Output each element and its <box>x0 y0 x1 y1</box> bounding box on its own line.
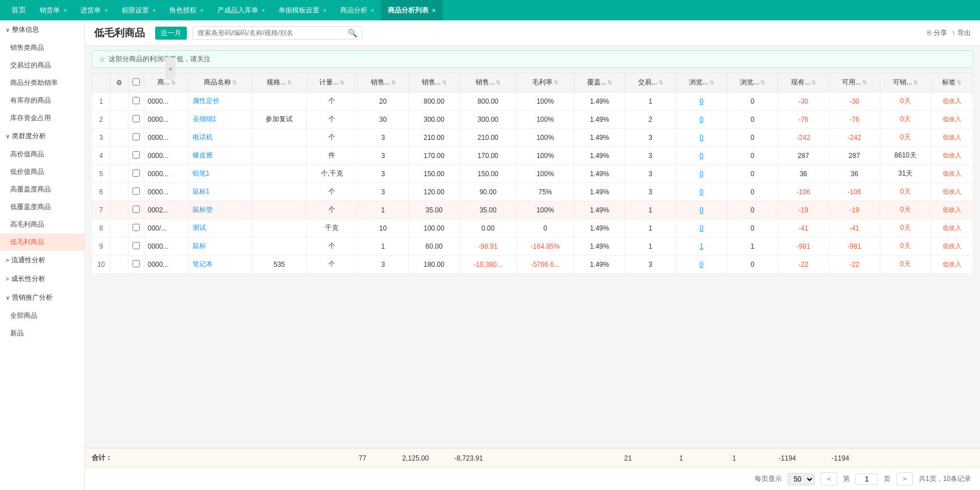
sidebar-section-liquidity[interactable]: > 流通性分析 <box>0 251 84 270</box>
sidebar-section-overall[interactable]: ∨ 整体信息 <box>0 20 84 39</box>
search-input[interactable] <box>198 29 348 37</box>
nav-item-template[interactable]: 单据模板设置 × <box>272 0 333 20</box>
page-number-input[interactable] <box>855 474 878 485</box>
nav-item-role-auth[interactable]: 角色授权 × <box>162 0 210 20</box>
next-page-button[interactable]: ＞ <box>896 472 913 485</box>
sidebar-item-high-margin[interactable]: 高毛利商品 <box>0 216 84 233</box>
search-icon[interactable]: 🔍 <box>348 28 357 37</box>
checkbox-cell[interactable] <box>129 147 144 165</box>
checkbox-cell[interactable] <box>129 219 144 237</box>
sidebar-collapse-button[interactable]: « <box>165 57 176 80</box>
nav-item-home[interactable]: 首页 <box>5 0 33 20</box>
sidebar-section-cluster[interactable]: ∨ 类群度分析 <box>0 127 84 146</box>
row-number: 1 <box>92 92 110 110</box>
unit-column-header[interactable]: 计量...⇅ <box>306 73 357 92</box>
current-stock-cell: 36 <box>778 165 829 183</box>
nav-item-permissions[interactable]: 权限设置 × <box>115 0 162 20</box>
name-cell[interactable]: 鼠标垫 <box>189 201 252 219</box>
current-stock-cell: -30 <box>778 92 829 110</box>
prev-page-button[interactable]: ＜ <box>820 472 837 485</box>
close-icon[interactable]: × <box>63 7 67 14</box>
tag-column-header[interactable]: 标签⇅ <box>931 73 973 92</box>
name-cell[interactable]: 铅笔1 <box>189 165 252 183</box>
sidebar-item-high-coverage[interactable]: 高覆盖度商品 <box>0 181 84 198</box>
sidebar-section-marketing[interactable]: ∨ 营销推广分析 <box>0 288 84 307</box>
checkbox-column-header[interactable] <box>129 73 144 92</box>
current-stock-column-header[interactable]: 现有...⇅ <box>778 73 829 92</box>
sales-profit-column-header[interactable]: 销售...⇅ <box>460 73 517 92</box>
name-column-header[interactable]: 商品名称⇅ <box>189 73 252 92</box>
nav-item-sales[interactable]: 销货单 × <box>33 0 74 20</box>
sidebar-item-low-value[interactable]: 低价值商品 <box>0 163 84 181</box>
code-cell: 0000... <box>144 255 189 274</box>
browse1-column-header[interactable]: 浏览...⇅ <box>676 73 727 92</box>
row-checkbox[interactable] <box>132 115 140 122</box>
export-button[interactable]: ↑ 导出 <box>952 28 971 38</box>
name-cell[interactable]: 属性定价 <box>189 92 252 110</box>
checkbox-cell[interactable] <box>129 183 144 201</box>
nav-item-product-analysis[interactable]: 商品分析 × <box>333 0 381 20</box>
page-size-select[interactable]: 50 <box>788 473 815 485</box>
spec-column-header[interactable]: 规格...⇅ <box>252 73 306 92</box>
checkbox-cell[interactable] <box>129 255 144 274</box>
sidebar-item-all-goods[interactable]: 全部商品 <box>0 307 84 325</box>
name-cell[interactable]: 吴细细1 <box>189 110 252 129</box>
row-checkbox[interactable] <box>132 242 140 249</box>
checkbox-cell[interactable] <box>129 129 144 147</box>
sidebar-item-high-value[interactable]: 高价值商品 <box>0 146 84 163</box>
sidebar-item-low-coverage[interactable]: 低覆盖度商品 <box>0 198 84 216</box>
sales-count-column-header[interactable]: 销售...⇅ <box>358 73 409 92</box>
share-button[interactable]: ⎘ 分享 <box>927 28 947 38</box>
close-icon[interactable]: × <box>432 7 435 14</box>
row-checkbox[interactable] <box>132 133 140 140</box>
name-cell[interactable]: 笔记本 <box>189 255 252 274</box>
sales-amount-column-header[interactable]: 销售...⇅ <box>409 73 460 92</box>
close-icon[interactable]: × <box>104 7 108 14</box>
close-icon[interactable]: × <box>262 7 265 14</box>
sidebar-item-low-margin[interactable]: 低毛利商品 <box>0 233 84 251</box>
sidebar-item-traded-goods[interactable]: 交易过的商品 <box>0 57 84 74</box>
tag-cell: 低收入 <box>931 219 973 237</box>
nav-item-product-entry[interactable]: 产成品入库单 × <box>211 0 272 20</box>
transaction-column-header[interactable]: 交易...⇅ <box>625 73 676 92</box>
row-number: 7 <box>92 201 110 219</box>
sidebar-item-stock-capital[interactable]: 库存资金占用 <box>0 109 84 127</box>
close-icon[interactable]: × <box>371 7 374 14</box>
coverage-column-header[interactable]: 覆盖...⇅ <box>574 73 625 92</box>
row-checkbox[interactable] <box>132 169 140 177</box>
nav-item-product-analysis-list[interactable]: 商品分析列表 × <box>381 0 442 20</box>
select-all-checkbox[interactable] <box>132 78 140 86</box>
close-icon[interactable]: × <box>152 7 156 14</box>
sidebar-section-growth[interactable]: > 成长性分析 <box>0 270 84 288</box>
name-cell[interactable]: 测试 <box>189 219 252 237</box>
row-checkbox[interactable] <box>132 97 140 104</box>
name-cell[interactable]: 橡皮擦 <box>189 147 252 165</box>
gross-margin-column-header[interactable]: 毛利率⇅ <box>516 73 574 92</box>
name-cell[interactable]: 电话机 <box>189 129 252 147</box>
row-checkbox[interactable] <box>132 151 140 159</box>
row-checkbox[interactable] <box>132 206 140 213</box>
sales-count-cell: 3 <box>358 129 409 147</box>
row-checkbox[interactable] <box>132 224 140 231</box>
name-cell[interactable]: 鼠标1 <box>189 183 252 201</box>
sidebar-item-sales-goods[interactable]: 销售类商品 <box>0 39 84 57</box>
row-checkbox[interactable] <box>132 188 140 195</box>
checkbox-cell[interactable] <box>129 165 144 183</box>
row-checkbox[interactable] <box>132 260 140 267</box>
close-icon[interactable]: × <box>200 7 203 14</box>
sidebar-item-stocked-goods[interactable]: 有库存的商品 <box>0 92 84 109</box>
browse2-column-header[interactable]: 浏览...⇅ <box>727 73 778 92</box>
name-cell[interactable]: 鼠标 <box>189 237 252 255</box>
settings-column-header[interactable]: ⚙ <box>110 73 129 92</box>
sellable-column-header[interactable]: 可销...⇅ <box>880 73 931 92</box>
nav-item-purchase[interactable]: 进货单 × <box>74 0 114 20</box>
checkbox-cell[interactable] <box>129 237 144 255</box>
close-icon[interactable]: × <box>323 7 326 14</box>
checkbox-cell[interactable] <box>129 201 144 219</box>
period-button[interactable]: 近一月 <box>155 27 187 40</box>
sidebar-item-new-goods[interactable]: 新品 <box>0 325 84 342</box>
sidebar-item-category-rate[interactable]: 商品分类助销率 <box>0 74 84 92</box>
checkbox-cell[interactable] <box>129 110 144 129</box>
checkbox-cell[interactable] <box>129 92 144 110</box>
available-column-header[interactable]: 可用...⇅ <box>829 73 880 92</box>
